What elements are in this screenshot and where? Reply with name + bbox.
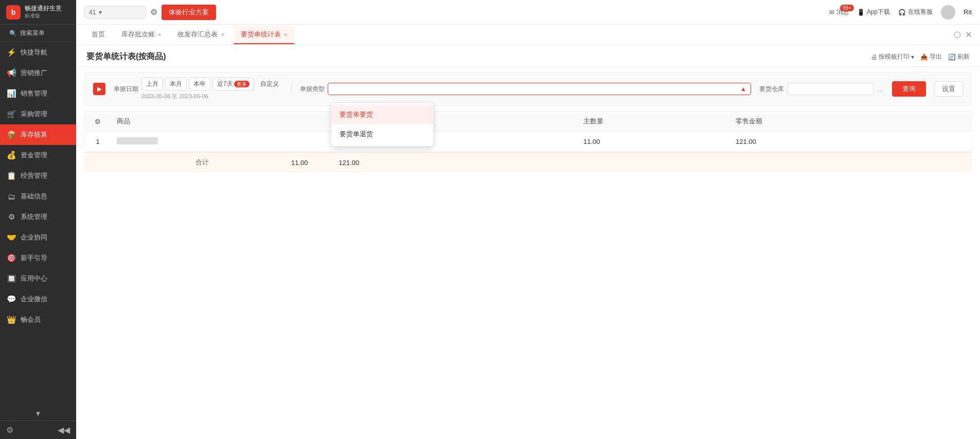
footer-label: 合计 [195, 158, 209, 167]
footer-quantity: 11.00 [291, 159, 308, 167]
export-btn[interactable]: 📤 导出 [920, 52, 942, 61]
date-filter-label: 单据日期 [114, 85, 138, 94]
date-btn-custom[interactable]: 自定义 [256, 78, 283, 90]
refresh-icon: 🔄 [948, 53, 956, 61]
date-btn-this-month[interactable]: 本月 [165, 78, 187, 90]
app-download-btn[interactable]: 📱 App下载 [857, 8, 890, 16]
cell-amount: 121.00 [729, 132, 913, 152]
sidebar-collapse-icon[interactable]: ◀◀ [58, 425, 70, 435]
refresh-btn[interactable]: 🔄 刷新 [948, 52, 970, 61]
col-amount: 零售金额 [729, 112, 913, 132]
table-header-row: ⚙ 商品 主计量单位 主数量 零售金额 [85, 112, 971, 132]
sidebar-search[interactable]: 🔍 搜索菜单 [0, 25, 76, 42]
date-btn-this-year[interactable]: 本年 [189, 78, 210, 90]
nav-label: 采购管理 [21, 109, 47, 119]
sidebar-item-system[interactable]: ⚙ 系统管理 [0, 207, 76, 227]
sidebar-item-appstore[interactable]: 🔲 应用中心 [0, 268, 76, 289]
user-avatar[interactable] [941, 5, 955, 20]
sidebar-item-business[interactable]: 📋 经营管理 [0, 166, 76, 186]
app-name: 畅捷通好生意 [25, 5, 62, 13]
inventory-icon: 📦 [6, 130, 16, 140]
nav-label: 资金管理 [21, 151, 47, 160]
warehouse-filter-group: 要货仓库 … [759, 83, 884, 95]
sidebar-item-finance[interactable]: 💰 资金管理 [0, 145, 76, 166]
tab-home[interactable]: 首页 [84, 26, 112, 44]
date-range-display: 2023-05-06 至 2023-06-06 [141, 93, 283, 100]
date-btn-7days[interactable]: 近7天更多 [212, 78, 254, 90]
nav-label: 应用中心 [21, 274, 47, 283]
query-button[interactable]: 查询 [892, 81, 926, 97]
topbar-right: ✉ 消息 99+ 📱 App下载 🎧 在线客服 Rit [829, 5, 972, 20]
print-btn[interactable]: 🖨 按模板打印 ▾ [871, 52, 914, 61]
sidebar-item-marketing[interactable]: 📢 营销推广 [0, 63, 76, 83]
messages-btn[interactable]: ✉ 消息 99+ [829, 8, 849, 16]
sidebar-item-wechat[interactable]: 💬 企业微信 [0, 289, 76, 309]
cell-extra [913, 132, 971, 152]
nav-label: 销售管理 [21, 89, 47, 98]
tab-close-icon[interactable]: × [158, 31, 161, 38]
page-title-bar: 要货单统计表(按商品) 🖨 按模板打印 ▾ 📤 导出 🔄 刷新 [76, 45, 980, 67]
sidebar-nav: ⚡ 快捷导航 📢 营销推广 📊 销售管理 🛒 采购管理 📦 库存核算 💰 资金管… [0, 42, 76, 407]
nav-label: 经营管理 [21, 171, 47, 180]
tab-receive-summary[interactable]: 收发存汇总表 × [170, 26, 231, 44]
sidebar-settings-icon[interactable]: ⚙ [6, 425, 13, 435]
dropdown-item-order-return[interactable]: 要货单退货 [331, 124, 433, 144]
sidebar-item-purchase[interactable]: 🛒 采购管理 [0, 104, 76, 124]
base-icon: 🗂 [6, 191, 16, 202]
nav-label: 企业微信 [21, 295, 47, 304]
tab-close-icon[interactable]: × [221, 31, 224, 38]
tab-order-summary[interactable]: 要货单统计表 × [234, 26, 294, 44]
filter-divider [291, 84, 292, 94]
company-selector[interactable]: 41 ▾ [84, 6, 146, 19]
guide-icon: 🎯 [6, 253, 16, 263]
tab-more-icon[interactable]: ✕ [965, 30, 972, 40]
date-btn-prev-month[interactable]: 上月 [141, 78, 163, 90]
sidebar-item-base[interactable]: 🗂 基础信息 [0, 186, 76, 207]
messages-badge: 99+ [840, 5, 854, 11]
tab-inventory-batch[interactable]: 库存批次账 × [114, 26, 168, 44]
online-service-btn[interactable]: 🎧 在线客服 [898, 8, 933, 16]
filter-expand-btn[interactable]: ▶ [93, 83, 105, 95]
sidebar-item-vip[interactable]: 👑 畅会员 [0, 309, 76, 330]
tab-label: 要货单统计表 [241, 30, 281, 39]
sidebar-item-inventory[interactable]: 📦 库存核算 [0, 124, 76, 145]
nav-label: 企业协同 [21, 233, 47, 242]
sidebar-item-quick-nav[interactable]: ⚡ 快捷导航 [0, 42, 76, 63]
print-icon: 🖨 [871, 53, 877, 61]
tabs-actions: ⬡ ✕ [954, 30, 972, 40]
sidebar-item-coop[interactable]: 🤝 企业协同 [0, 227, 76, 248]
nav-label: 库存核算 [21, 130, 47, 139]
tab-close-icon[interactable]: × [284, 31, 287, 38]
page-content: 要货单统计表(按商品) 🖨 按模板打印 ▾ 📤 导出 🔄 刷新 [76, 45, 980, 439]
date-filter-group: 单据日期 上月 本月 本年 近7天更多 自定义 2023-05-06 至 202… [114, 78, 283, 100]
product-blurred [117, 137, 158, 144]
tab-label: 库存批次账 [121, 30, 155, 39]
filter-bar: ▶ 单据日期 上月 本月 本年 近7天更多 自定义 2023-05-06 至 2… [84, 72, 972, 106]
coop-icon: 🤝 [6, 232, 16, 243]
logo-icon: b [6, 5, 21, 20]
more-badge: 更多 [234, 81, 250, 87]
type-select[interactable]: ▲ [328, 83, 751, 95]
service-label: 在线客服 [908, 8, 933, 16]
tab-expand-icon[interactable]: ⬡ [954, 30, 961, 40]
nav-label: 基础信息 [21, 192, 47, 201]
col-quantity: 主数量 [577, 112, 729, 132]
nav-label: 快捷导航 [21, 48, 47, 57]
industry-btn[interactable]: 体验行业方案 [162, 5, 216, 20]
topbar-settings-icon[interactable]: ⚙ [150, 7, 157, 17]
message-icon: ✉ [829, 9, 834, 16]
settings-button[interactable]: 设置 [934, 81, 963, 97]
sidebar-scroll-down[interactable]: ▼ [0, 407, 76, 420]
page-title-actions: 🖨 按模板打印 ▾ 📤 导出 🔄 刷新 [871, 52, 970, 61]
type-select-input[interactable] [332, 85, 740, 93]
cell-quantity: 11.00 [577, 132, 729, 152]
app-logo: b 畅捷通好生意 标准版 [0, 0, 76, 25]
sidebar-item-sales[interactable]: 📊 销售管理 [0, 83, 76, 104]
warehouse-input[interactable] [787, 83, 874, 95]
sidebar-item-guide[interactable]: 🎯 新手引导 [0, 248, 76, 268]
dropdown-item-order-purchase[interactable]: 要货单要货 [331, 105, 433, 124]
vip-icon: 👑 [6, 315, 16, 325]
warehouse-more-icon[interactable]: … [877, 85, 884, 93]
col-settings[interactable]: ⚙ [85, 112, 111, 132]
sidebar: b 畅捷通好生意 标准版 🔍 搜索菜单 ⚡ 快捷导航 📢 营销推广 📊 销售管理… [0, 0, 76, 439]
